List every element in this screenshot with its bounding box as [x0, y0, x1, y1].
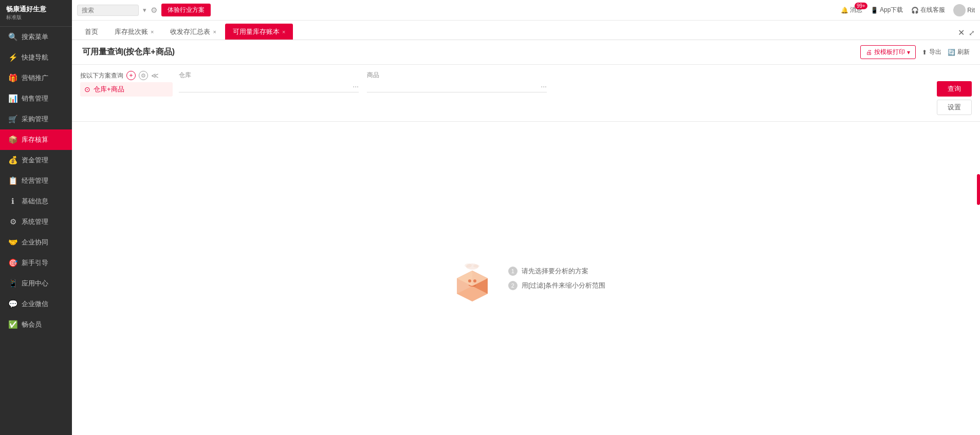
sidebar-item-enterprise-wechat[interactable]: 💬企业微信 — [0, 294, 72, 314]
field-input-warehouse[interactable] — [179, 83, 350, 90]
nav-icon-app-center: 📱 — [8, 279, 17, 288]
filter-area: 按以下方案查询 + ⚙ ≪ ⊙仓库+商品 仓库 ··· 商品 ··· 查询 设置 — [72, 65, 980, 122]
query-button[interactable]: 查询 — [937, 81, 972, 97]
avatar — [953, 4, 966, 16]
sidebar-item-member[interactable]: ✅畅会员 — [0, 314, 72, 335]
sidebar-item-label: 系统管理 — [22, 217, 48, 226]
sidebar-item-finance[interactable]: 💰资金管理 — [0, 150, 72, 171]
svg-point-4 — [468, 279, 471, 282]
message-button[interactable]: 🔔 消息 99+ — [841, 6, 862, 14]
field-input-product[interactable] — [367, 83, 539, 90]
tab-close-icon[interactable]: × — [213, 29, 216, 35]
sidebar: 畅康通好生意 标准版 🔍搜索菜单⚡快捷导航🎁营销推广📊销售管理🛒采购管理📦库存核… — [0, 0, 72, 435]
nav-icon-basic-info: ℹ — [8, 197, 17, 206]
field-label: 商品 — [367, 71, 547, 80]
gear-icon[interactable]: ⚙ — [151, 6, 157, 15]
trial-button[interactable]: 体验行业方案 — [161, 4, 211, 16]
scheme-item-warehouse-product[interactable]: ⊙仓库+商品 — [80, 82, 173, 97]
close-tab-icon[interactable]: ✕ — [958, 28, 965, 37]
filter-buttons: 查询 设置 — [937, 71, 972, 115]
empty-illustration — [447, 255, 493, 301]
sidebar-item-inventory[interactable]: 📦库存核算 — [0, 129, 72, 150]
sidebar-item-label: 应用中心 — [22, 279, 48, 288]
logo-sub: 标准版 — [6, 14, 66, 21]
nav-icon-marketing-promo: 🎁 — [8, 73, 17, 83]
sidebar-item-label: 营销推广 — [22, 73, 48, 83]
settings-button[interactable]: 设置 — [937, 100, 972, 115]
field-label: 仓库 — [179, 71, 359, 80]
sidebar-item-label: 畅会员 — [22, 320, 42, 329]
refresh-icon: 🔄 — [948, 49, 955, 56]
tip-text: 请先选择要分析的方案 — [522, 267, 588, 276]
print-dropdown-icon[interactable]: ▾ — [907, 49, 910, 56]
tab-batch-ledger[interactable]: 库存批次账× — [107, 24, 161, 40]
tab-close-icon[interactable]: × — [151, 29, 154, 35]
scheme-icon: ⊙ — [84, 85, 90, 93]
export-button[interactable]: ⬆ 导出 — [922, 48, 941, 56]
sidebar-item-search[interactable]: 🔍搜索菜单 — [0, 27, 72, 47]
nav-icon-system: ⚙ — [8, 217, 17, 226]
nav-icon-shortcut: ⚡ — [8, 53, 17, 62]
more-options-icon[interactable]: ··· — [541, 82, 547, 90]
sidebar-item-label: 快捷导航 — [22, 53, 48, 62]
tab-available-qty[interactable]: 可用量库存账本× — [225, 24, 293, 40]
refresh-button[interactable]: 🔄 刷新 — [948, 48, 970, 56]
tab-close-icon[interactable]: × — [282, 29, 285, 35]
content-area: 可用量查询(按仓库+商品) 🖨 按模板打印 ▾ ⬆ 导出 🔄 刷新 — [72, 40, 980, 435]
collapse-icon[interactable]: ≪ — [151, 71, 159, 80]
sidebar-item-label: 采购管理 — [22, 115, 48, 124]
username: Rit — [967, 7, 975, 14]
scrollbar-indicator[interactable] — [977, 174, 980, 205]
sidebar-item-system[interactable]: ⚙系统管理 — [0, 212, 72, 232]
tip-number: 1 — [508, 267, 517, 276]
bell-icon: 🔔 — [841, 7, 848, 14]
expand-icon[interactable]: ⤢ — [969, 29, 975, 37]
sidebar-item-shortcut[interactable]: ⚡快捷导航 — [0, 47, 72, 68]
export-icon: ⬆ — [922, 49, 927, 56]
sidebar-item-enterprise[interactable]: 🤝企业协同 — [0, 232, 72, 253]
tabs-actions: ✕ ⤢ — [958, 28, 975, 40]
nav-icon-inventory: 📦 — [8, 135, 17, 144]
sidebar-item-marketing-promo[interactable]: 🎁营销推广 — [0, 68, 72, 88]
scheme-label: 按以下方案查询 — [80, 71, 123, 80]
field-input-container: ··· — [179, 81, 359, 92]
sidebar-nav: 🔍搜索菜单⚡快捷导航🎁营销推广📊销售管理🛒采购管理📦库存核算💰资金管理📋经营管理… — [0, 27, 72, 435]
nav-icon-enterprise: 🤝 — [8, 238, 17, 247]
nav-icon-search: 🔍 — [8, 32, 17, 42]
main-area: ▾ ⚙ 体验行业方案 🔔 消息 99+ 📱 App下载 🎧 在线客服 Rit — [72, 0, 980, 435]
sidebar-item-label: 资金管理 — [22, 156, 48, 165]
sidebar-item-label: 企业微信 — [22, 299, 48, 309]
tip-number: 2 — [508, 281, 517, 290]
topbar: ▾ ⚙ 体验行业方案 🔔 消息 99+ 📱 App下载 🎧 在线客服 Rit — [72, 0, 980, 21]
sidebar-item-newbie[interactable]: 🎯新手引导 — [0, 253, 72, 273]
tab-label: 可用量库存账本 — [233, 27, 280, 36]
page-title: 可用量查询(按仓库+商品) — [82, 47, 175, 58]
app-download-button[interactable]: 📱 App下载 — [871, 6, 903, 14]
more-options-icon[interactable]: ··· — [353, 82, 359, 90]
sidebar-item-purchase[interactable]: 🛒采购管理 — [0, 109, 72, 129]
print-button[interactable]: 🖨 按模板打印 ▾ — [860, 45, 916, 59]
sidebar-item-operations[interactable]: 📋经营管理 — [0, 171, 72, 191]
sidebar-item-app-center[interactable]: 📱应用中心 — [0, 273, 72, 294]
tabs-bar: 首页库存批次账×收发存汇总表×可用量库存账本× ✕ ⤢ — [72, 21, 980, 40]
service-label: 在线客服 — [920, 6, 945, 14]
search-input[interactable] — [77, 5, 139, 16]
page-actions: 🖨 按模板打印 ▾ ⬆ 导出 🔄 刷新 — [860, 45, 970, 59]
filter-fields: 仓库 ··· 商品 ··· — [179, 71, 931, 92]
tab-receive-ledger[interactable]: 收发存汇总表× — [162, 24, 224, 40]
sidebar-item-sales[interactable]: 📊销售管理 — [0, 88, 72, 109]
filter-field-warehouse: 仓库 ··· — [179, 71, 359, 92]
tab-label: 首页 — [85, 27, 98, 36]
user-menu[interactable]: Rit — [953, 4, 975, 16]
add-scheme-button[interactable]: + — [126, 71, 136, 80]
sidebar-item-basic-info[interactable]: ℹ基础信息 — [0, 191, 72, 212]
scheme-settings-icon[interactable]: ⚙ — [139, 71, 148, 80]
online-service-button[interactable]: 🎧 在线客服 — [911, 6, 945, 14]
tab-home[interactable]: 首页 — [77, 24, 106, 40]
tab-label: 收发存汇总表 — [170, 27, 210, 36]
phone-icon: 📱 — [871, 7, 878, 14]
dropdown-arrow-icon[interactable]: ▾ — [143, 6, 146, 14]
sidebar-item-label: 企业协同 — [22, 238, 48, 247]
nav-icon-sales: 📊 — [8, 94, 17, 103]
sidebar-item-label: 基础信息 — [22, 197, 48, 206]
